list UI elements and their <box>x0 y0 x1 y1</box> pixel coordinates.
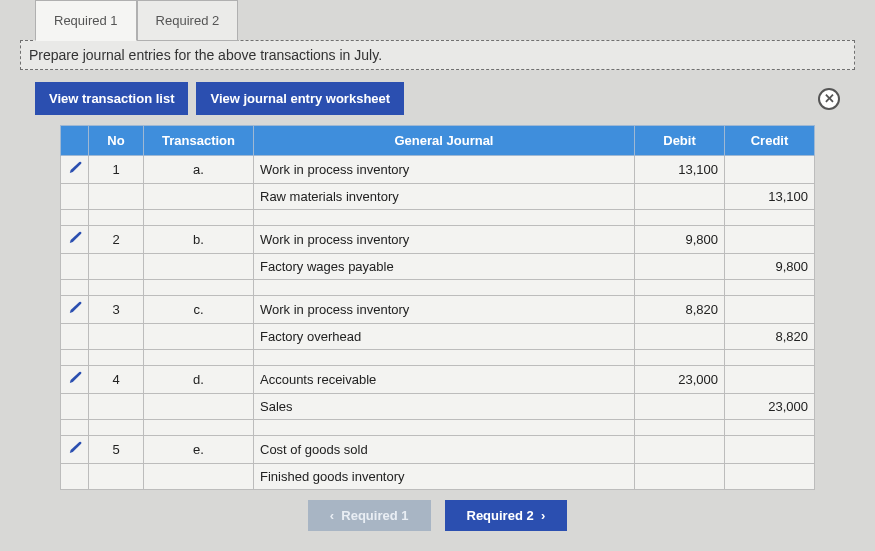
credit-cell[interactable] <box>725 366 815 394</box>
general-journal-cell[interactable] <box>254 210 635 226</box>
debit-cell[interactable] <box>635 184 725 210</box>
table-row: 3c.Work in process inventory8,820 <box>61 296 815 324</box>
no-cell <box>89 420 144 436</box>
general-journal-cell[interactable]: Cost of goods sold <box>254 436 635 464</box>
edit-cell[interactable] <box>61 156 89 184</box>
credit-cell[interactable]: 9,800 <box>725 254 815 280</box>
tab-required-1[interactable]: Required 1 <box>35 0 137 41</box>
close-button[interactable]: ✕ <box>818 88 840 110</box>
credit-cell[interactable]: 13,100 <box>725 184 815 210</box>
general-journal-cell[interactable]: Work in process inventory <box>254 226 635 254</box>
debit-cell[interactable]: 8,820 <box>635 296 725 324</box>
edit-cell[interactable] <box>61 436 89 464</box>
general-journal-cell[interactable]: Factory wages payable <box>254 254 635 280</box>
general-journal-cell[interactable]: Finished goods inventory <box>254 464 635 490</box>
debit-cell[interactable] <box>635 254 725 280</box>
pencil-icon[interactable] <box>68 301 82 315</box>
tab-required-2[interactable]: Required 2 <box>137 0 239 41</box>
header-transaction: Transaction <box>144 126 254 156</box>
edit-cell <box>61 254 89 280</box>
debit-cell[interactable] <box>635 394 725 420</box>
table-row: Factory wages payable9,800 <box>61 254 815 280</box>
transaction-cell <box>144 324 254 350</box>
table-row <box>61 420 815 436</box>
pencil-icon[interactable] <box>68 441 82 455</box>
table-row: 1a.Work in process inventory13,100 <box>61 156 815 184</box>
transaction-cell: b. <box>144 226 254 254</box>
general-journal-cell[interactable]: Work in process inventory <box>254 296 635 324</box>
edit-cell <box>61 324 89 350</box>
no-cell <box>89 324 144 350</box>
debit-cell[interactable] <box>635 420 725 436</box>
edit-cell[interactable] <box>61 226 89 254</box>
debit-cell[interactable] <box>635 350 725 366</box>
nav-prev-button[interactable]: ‹ Required 1 <box>308 500 431 531</box>
credit-cell[interactable] <box>725 210 815 226</box>
general-journal-cell[interactable] <box>254 280 635 296</box>
nav-next-button[interactable]: Required 2 › <box>445 500 568 531</box>
view-transaction-list-button[interactable]: View transaction list <box>35 82 188 115</box>
edit-cell[interactable] <box>61 296 89 324</box>
credit-cell[interactable] <box>725 464 815 490</box>
general-journal-cell[interactable] <box>254 350 635 366</box>
no-cell <box>89 464 144 490</box>
nav-next-label: Required 2 <box>467 508 534 523</box>
edit-cell <box>61 210 89 226</box>
general-journal-cell[interactable] <box>254 420 635 436</box>
general-journal-cell[interactable]: Sales <box>254 394 635 420</box>
no-cell: 5 <box>89 436 144 464</box>
general-journal-cell[interactable]: Accounts receivable <box>254 366 635 394</box>
general-journal-cell[interactable]: Work in process inventory <box>254 156 635 184</box>
credit-cell[interactable] <box>725 420 815 436</box>
credit-cell[interactable] <box>725 350 815 366</box>
no-cell <box>89 254 144 280</box>
journal-table: No Transaction General Journal Debit Cre… <box>60 125 815 490</box>
general-journal-cell[interactable]: Raw materials inventory <box>254 184 635 210</box>
table-row: Factory overhead8,820 <box>61 324 815 350</box>
no-cell <box>89 394 144 420</box>
edit-cell <box>61 280 89 296</box>
table-row: Finished goods inventory <box>61 464 815 490</box>
edit-cell <box>61 184 89 210</box>
transaction-cell <box>144 420 254 436</box>
credit-cell[interactable]: 23,000 <box>725 394 815 420</box>
pencil-icon[interactable] <box>68 161 82 175</box>
edit-cell <box>61 420 89 436</box>
no-cell: 3 <box>89 296 144 324</box>
table-row <box>61 350 815 366</box>
transaction-cell: e. <box>144 436 254 464</box>
debit-cell[interactable] <box>635 464 725 490</box>
chevron-right-icon: › <box>541 508 545 523</box>
view-journal-worksheet-button[interactable]: View journal entry worksheet <box>196 82 404 115</box>
credit-cell[interactable] <box>725 156 815 184</box>
edit-cell <box>61 350 89 366</box>
tabs-row: Required 1 Required 2 <box>35 0 855 41</box>
credit-cell[interactable] <box>725 280 815 296</box>
debit-cell[interactable] <box>635 280 725 296</box>
transaction-cell <box>144 464 254 490</box>
credit-cell[interactable] <box>725 296 815 324</box>
chevron-left-icon: ‹ <box>330 508 334 523</box>
header-edit <box>61 126 89 156</box>
debit-cell[interactable]: 23,000 <box>635 366 725 394</box>
transaction-cell <box>144 280 254 296</box>
pencil-icon[interactable] <box>68 231 82 245</box>
transaction-cell: c. <box>144 296 254 324</box>
table-row: 2b.Work in process inventory9,800 <box>61 226 815 254</box>
credit-cell[interactable]: 8,820 <box>725 324 815 350</box>
edit-cell[interactable] <box>61 366 89 394</box>
header-general-journal: General Journal <box>254 126 635 156</box>
credit-cell[interactable] <box>725 226 815 254</box>
debit-cell[interactable] <box>635 436 725 464</box>
credit-cell[interactable] <box>725 436 815 464</box>
debit-cell[interactable] <box>635 210 725 226</box>
debit-cell[interactable]: 9,800 <box>635 226 725 254</box>
transaction-cell: d. <box>144 366 254 394</box>
general-journal-cell[interactable]: Factory overhead <box>254 324 635 350</box>
debit-cell[interactable]: 13,100 <box>635 156 725 184</box>
debit-cell[interactable] <box>635 324 725 350</box>
pencil-icon[interactable] <box>68 371 82 385</box>
header-credit: Credit <box>725 126 815 156</box>
transaction-cell <box>144 184 254 210</box>
header-no: No <box>89 126 144 156</box>
